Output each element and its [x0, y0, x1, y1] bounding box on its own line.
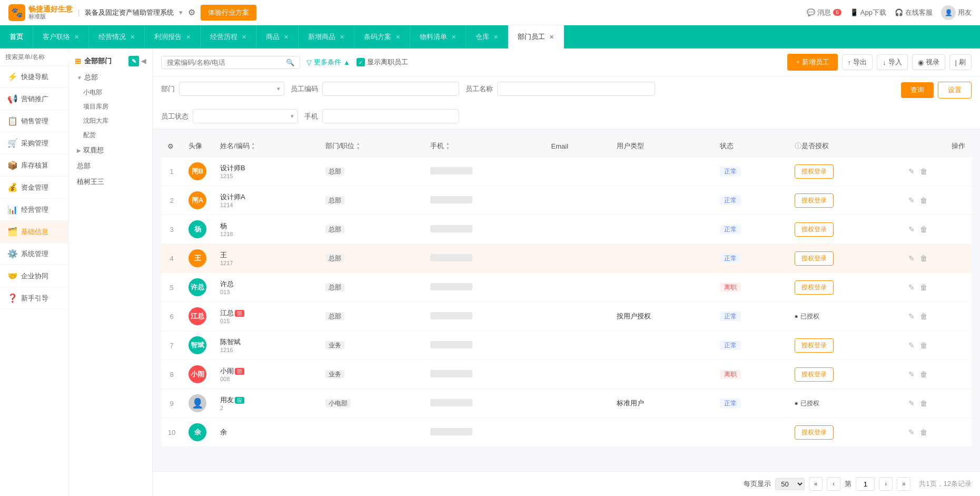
tab-profit[interactable]: 利润报告✕: [145, 25, 201, 48]
sidebar-item-purchase[interactable]: 🛒 采购管理: [0, 132, 68, 154]
trial-button[interactable]: 体验行业方案: [201, 5, 256, 21]
edit-icon[interactable]: ✎: [908, 399, 915, 407]
close-icon[interactable]: ✕: [284, 34, 289, 41]
settings-icon[interactable]: ⚙: [188, 7, 195, 17]
dept-edit-icon[interactable]: ✎: [128, 56, 139, 66]
auth-login-button[interactable]: 授权登录: [795, 338, 834, 353]
sidebar-item-guide[interactable]: ❓ 新手引导: [0, 287, 68, 309]
sidebar-item-sales[interactable]: 📋 销售管理: [0, 110, 68, 132]
sidebar-item-finance[interactable]: 💰 资金管理: [0, 177, 68, 199]
dept-filter-select[interactable]: [179, 82, 284, 96]
delete-icon[interactable]: 🗑: [920, 312, 927, 320]
emp-status-select[interactable]: [193, 109, 298, 123]
tab-bom[interactable]: 物料清单✕: [410, 25, 466, 48]
page-number-input[interactable]: [856, 477, 875, 491]
auth-login-button[interactable]: 授权登录: [795, 222, 834, 237]
auth-login-button[interactable]: 授权登录: [795, 280, 834, 295]
close-icon[interactable]: ✕: [74, 34, 79, 41]
close-icon[interactable]: ✕: [451, 34, 456, 41]
edit-icon[interactable]: ✎: [908, 283, 915, 291]
sidebar-item-marketing[interactable]: 📢 营销推广: [0, 88, 68, 110]
close-icon[interactable]: ✕: [549, 34, 554, 41]
emp-name-input[interactable]: [497, 82, 655, 96]
delete-icon[interactable]: 🗑: [920, 196, 927, 205]
tab-customer[interactable]: 客户联络✕: [33, 25, 89, 48]
add-employee-button[interactable]: + 新增员工: [787, 54, 837, 71]
tab-add-goods[interactable]: 新增商品✕: [299, 25, 354, 48]
print-button[interactable]: | 刷: [949, 54, 972, 70]
sidebar-item-coop[interactable]: 🤝 企业协同: [0, 265, 68, 287]
next-page-btn[interactable]: ›: [879, 477, 893, 491]
col-settings-icon[interactable]: ⚙: [167, 142, 174, 150]
delete-icon[interactable]: 🗑: [920, 225, 927, 234]
page-size-select[interactable]: 50 100 200: [775, 478, 805, 490]
show-resigned-toggle[interactable]: ✓ 显示离职员工: [357, 57, 408, 67]
first-page-btn[interactable]: «: [809, 477, 823, 491]
tab-home[interactable]: 首页: [0, 25, 33, 48]
sidebar-item-inventory[interactable]: 📦 库存核算: [0, 154, 68, 177]
tab-goods[interactable]: 商品✕: [256, 25, 299, 48]
close-icon[interactable]: ✕: [493, 34, 498, 41]
tab-warehouse[interactable]: 仓库✕: [466, 25, 508, 48]
prev-page-btn[interactable]: ‹: [827, 477, 840, 491]
sidebar-item-basic[interactable]: 🗂️ 基础信息: [0, 221, 68, 243]
last-page-btn[interactable]: »: [897, 477, 910, 491]
import-button[interactable]: ↓ 导入: [877, 54, 908, 70]
tab-barcode[interactable]: 条码方案✕: [354, 25, 410, 48]
view-button[interactable]: ◉ 视录: [912, 54, 945, 70]
close-icon[interactable]: ✕: [130, 34, 135, 41]
dept-sub-peihuo[interactable]: 配货: [68, 128, 152, 142]
delete-icon[interactable]: 🗑: [920, 254, 927, 262]
close-icon[interactable]: ✕: [242, 34, 246, 41]
delete-icon[interactable]: 🗑: [920, 167, 927, 176]
dept-item-zhishu[interactable]: 植树王三: [68, 174, 152, 190]
sidebar-item-operation[interactable]: 📊 经营管理: [0, 199, 68, 221]
auth-login-button[interactable]: 授权登录: [795, 367, 834, 382]
search-input[interactable]: [167, 59, 283, 66]
delete-icon[interactable]: 🗑: [920, 341, 927, 349]
delete-icon[interactable]: 🗑: [920, 428, 927, 436]
dept-sub-shenyang[interactable]: 沈阳大库: [68, 114, 152, 128]
user-area[interactable]: 👤 用友: [941, 5, 972, 20]
dept-item-zongbu[interactable]: ▼ 总部: [68, 70, 152, 85]
set-button[interactable]: 设置: [938, 82, 972, 99]
auth-login-button[interactable]: 授权登录: [795, 251, 834, 266]
edit-icon[interactable]: ✎: [908, 341, 915, 349]
more-filter-btn[interactable]: ▽ 更多条件 ▲: [306, 57, 350, 67]
tab-history[interactable]: 经营历程✕: [201, 25, 256, 48]
dept-sub-xiaodian[interactable]: 小电部: [68, 85, 152, 100]
message-btn[interactable]: 💬 消息 6: [807, 8, 842, 17]
close-icon[interactable]: ✕: [186, 34, 191, 41]
app-download-btn[interactable]: 📱 App下载: [850, 8, 886, 17]
export-button[interactable]: ↑ 导出: [842, 54, 873, 70]
dept-item-zongbu2[interactable]: 总部: [68, 158, 152, 174]
dept-collapse-icon[interactable]: ◀: [141, 57, 146, 65]
table-row: 10 余 余 授权登录 ✎ 🗑: [161, 418, 972, 447]
edit-icon[interactable]: ✎: [908, 370, 915, 378]
dept-item-shuanglu[interactable]: ▶ 双鹿想: [68, 142, 152, 158]
edit-icon[interactable]: ✎: [908, 167, 915, 176]
sidebar-item-quick-nav[interactable]: ⚡ 快捷导航: [0, 66, 68, 88]
edit-icon[interactable]: ✎: [908, 196, 915, 205]
emp-code-input[interactable]: [322, 82, 459, 96]
auth-login-button[interactable]: 授权登录: [795, 425, 834, 440]
close-icon[interactable]: ✕: [340, 34, 344, 41]
tab-operation[interactable]: 经营情况✕: [89, 25, 145, 48]
edit-icon[interactable]: ✎: [908, 254, 915, 262]
delete-icon[interactable]: 🗑: [920, 370, 927, 378]
query-button[interactable]: 查询: [901, 82, 934, 98]
sidebar-item-system[interactable]: ⚙️ 系统管理: [0, 243, 68, 265]
close-icon[interactable]: ✕: [395, 34, 400, 41]
edit-icon[interactable]: ✎: [908, 428, 915, 436]
delete-icon[interactable]: 🗑: [920, 399, 927, 407]
edit-icon[interactable]: ✎: [908, 312, 915, 320]
delete-icon[interactable]: 🗑: [920, 283, 927, 291]
online-service-btn[interactable]: 🎧 在线客服: [895, 8, 933, 17]
auth-login-button[interactable]: 授权登录: [795, 164, 834, 179]
dropdown-arrow-icon[interactable]: ▾: [179, 8, 183, 16]
dept-sub-xiangmu[interactable]: 项目库房: [68, 100, 152, 114]
edit-icon[interactable]: ✎: [908, 225, 915, 234]
auth-login-button[interactable]: 授权登录: [795, 193, 834, 208]
tab-department[interactable]: 部门员工✕: [508, 25, 564, 48]
phone-input[interactable]: [322, 109, 459, 123]
